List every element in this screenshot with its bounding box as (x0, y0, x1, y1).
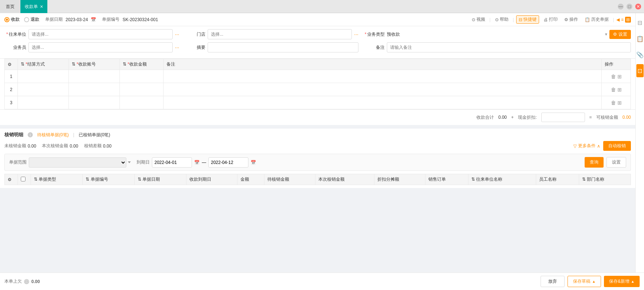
separator2: | (513, 17, 514, 22)
discard-button[interactable]: 放弃 (541, 276, 565, 287)
row-2-settle[interactable] (18, 83, 69, 96)
settings-button[interactable]: ⚙ 设置 (609, 30, 631, 39)
row-3-delete-icon[interactable]: 🗑 (611, 100, 616, 106)
row-3-remark[interactable] (164, 96, 602, 109)
refund-radio-label: 退款 (31, 16, 39, 23)
separator3: | (613, 17, 614, 22)
row-1-account[interactable] (69, 70, 120, 83)
row-3-settle[interactable] (18, 96, 69, 109)
minimize-button[interactable]: — (618, 4, 624, 9)
date-end-input[interactable] (208, 157, 248, 168)
panel-btn-2[interactable]: 📋 (636, 32, 644, 45)
col-settings-bottom[interactable]: ⚙ (5, 174, 18, 185)
doc-date-label: 单据日期 (45, 16, 63, 23)
print-icon: 🖨 (543, 17, 548, 22)
equal-sign: = (589, 115, 592, 120)
calendar-start-icon[interactable]: 📅 (194, 160, 200, 165)
row-3-copy-icon[interactable]: ⊞ (617, 100, 622, 106)
video-btn[interactable]: ⊙ 视频 (470, 16, 487, 23)
window-controls: — □ ✕ (618, 4, 644, 9)
panel-btn-4[interactable]: ⊡ (636, 64, 644, 77)
row-1-delete-icon[interactable]: 🗑 (611, 74, 616, 79)
operation-btn[interactable]: ⚙ 操作 (562, 16, 580, 23)
tab-close-icon[interactable]: × (40, 0, 43, 13)
panel-btn-1[interactable]: ⊟ (636, 16, 644, 29)
partner-input[interactable] (28, 29, 173, 39)
receipt-radio[interactable]: 收款 (4, 16, 20, 23)
row-1-remark[interactable] (164, 70, 602, 83)
panel-btn-3[interactable]: 📎 (636, 48, 644, 61)
staff-input[interactable] (28, 42, 173, 52)
table-row: 2 🗑 ⊞ (5, 83, 631, 96)
row-1-amount[interactable] (120, 70, 164, 83)
save-draft-button[interactable]: 保存草稿 ▲ (568, 276, 601, 287)
col-discount-share: 折扣分摊额 (374, 174, 425, 185)
range-select[interactable] (29, 157, 126, 168)
print-label: 打印 (549, 16, 558, 23)
calendar-end-icon[interactable]: 📅 (251, 160, 256, 165)
footer-info-icon[interactable]: ⓘ (24, 279, 29, 284)
col-due-date: 收款到期日 (186, 174, 237, 185)
save-new-button[interactable]: 保存&新增 ▲ (604, 276, 640, 287)
business-type-dropdown[interactable]: ▾ (605, 32, 607, 37)
col-settle-header: ⇅ *结算方式 (18, 59, 69, 70)
view-toggle[interactable]: ◀ ≡ ⊞ (616, 17, 631, 23)
row-2-action: 🗑 ⊞ (602, 83, 631, 96)
auto-verify-btn[interactable]: 自动核销 (603, 141, 631, 151)
partner-more-btn[interactable]: ··· (175, 31, 179, 37)
row-3-account[interactable] (69, 96, 120, 109)
filter-settings-btn[interactable]: 设置 (606, 157, 626, 168)
select-all-checkbox[interactable] (21, 177, 25, 181)
form-section: *往来单位 ··· 门店 ··· *业务类型 预收款 ▾ ⚙ 设置 (0, 26, 635, 59)
date-start-input[interactable] (152, 157, 192, 168)
unclaimed-value: 0.00 (28, 144, 36, 149)
shop-field: 门店 ··· (184, 29, 358, 39)
shop-more-btn[interactable]: ··· (354, 31, 358, 37)
row-2-copy-icon[interactable]: ⊞ (617, 87, 622, 93)
summary-input[interactable] (208, 42, 358, 52)
remark-input[interactable] (387, 42, 631, 52)
col-checkbox-bottom[interactable] (18, 174, 31, 185)
video-label: 视频 (476, 16, 485, 23)
tab-receipt[interactable]: 收款单 × (20, 0, 47, 13)
history-btn[interactable]: 📋 历史单据 (582, 16, 611, 23)
close-button[interactable]: ✕ (635, 4, 641, 9)
tab-home[interactable]: 首页 (0, 0, 20, 13)
staff-more-btn[interactable]: ··· (175, 44, 179, 50)
row-2-delete-icon[interactable]: 🗑 (611, 87, 616, 93)
total-label: 收款合计 (476, 114, 494, 121)
query-btn[interactable]: 查询 (585, 157, 604, 168)
sort-icon-dept: ⇅ (582, 177, 586, 182)
pending-tab[interactable]: 待核销单据(0笔) (37, 132, 69, 138)
col-amount-header: ⇅ *收款金额 (120, 59, 164, 70)
receipt-refund-toggle: 收款 退款 (4, 16, 39, 23)
diff-value: 0.00 (103, 144, 111, 149)
verify-info-icon[interactable]: i (28, 132, 33, 137)
bottom-table: ⚙ ⇅ 单据类型 ⇅ 单据编号 ⇅ 单据日期 (4, 174, 631, 185)
row-2-account[interactable] (69, 83, 120, 96)
row-2-amount[interactable] (120, 83, 164, 96)
more-conditions-btn[interactable]: ▽ 更多条件 ∧ (573, 143, 600, 149)
refund-radio[interactable]: 退款 (24, 16, 39, 23)
shop-input[interactable] (208, 29, 352, 39)
row-2-remark[interactable] (164, 83, 602, 96)
row-3-amount[interactable] (120, 96, 164, 109)
diff-stat: 核销差额 0.00 (84, 143, 111, 149)
maximize-button[interactable]: □ (627, 4, 632, 9)
col-current-amount: 本次核销金额 (315, 174, 374, 185)
calendar-icon[interactable]: 📅 (91, 17, 96, 22)
row-1-copy-icon[interactable]: ⊞ (617, 74, 622, 79)
discount-input[interactable] (541, 113, 585, 122)
done-tab[interactable]: 已核销单据(0笔) (79, 132, 110, 138)
col-pending-amount: 待核销金额 (264, 174, 315, 185)
print-btn[interactable]: 🖨 打印 (541, 16, 560, 23)
help-btn[interactable]: ⊙ 帮助 (493, 16, 511, 23)
shortcut-btn[interactable]: ⊟ 快捷键 (516, 15, 539, 24)
date-separator: — (202, 160, 206, 165)
help-icon: ⊙ (495, 17, 499, 22)
footer-stat-label: 本单上欠 (4, 278, 22, 285)
table-header: ⚙ ⇅ *结算方式 ⇅ *收款账号 ⇅ *收款金额 备注 (5, 59, 631, 70)
col-settings-header[interactable]: ⚙ (5, 59, 18, 70)
business-type-label: *业务类型 (363, 31, 385, 38)
row-1-settle[interactable] (18, 70, 69, 83)
